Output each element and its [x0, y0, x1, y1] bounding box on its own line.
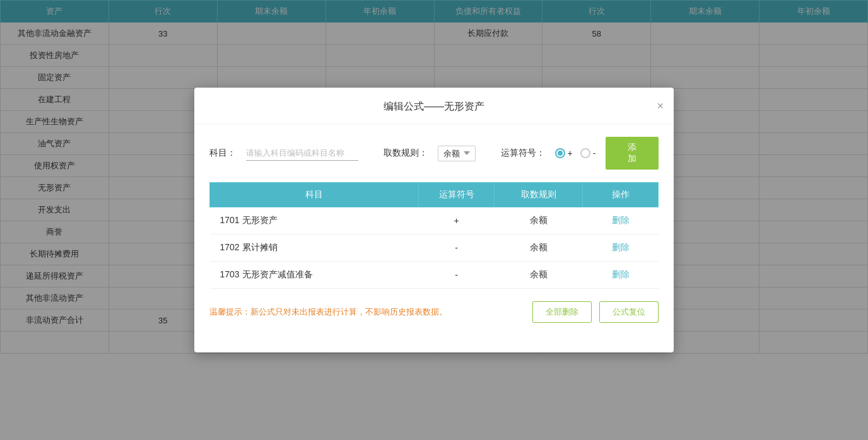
radio-minus[interactable]: - — [580, 148, 596, 158]
table-row: 1702 累计摊销-余额删除 — [210, 234, 659, 262]
table-row: 1701 无形资产+余额删除 — [210, 207, 659, 234]
footer-buttons: 全部删除 公式复位 — [532, 301, 659, 323]
delete-link[interactable]: 删除 — [612, 242, 630, 252]
modal-header: 编辑公式——无形资产 × — [194, 88, 674, 124]
row-action: 删除 — [583, 207, 659, 234]
row-action: 删除 — [583, 234, 659, 262]
op-label: 运算符号： — [501, 148, 545, 159]
radio-plus-circle — [555, 148, 565, 158]
rule-select-wrap: 余额 — [438, 146, 476, 161]
radio-group: + - — [555, 148, 596, 158]
modal-overlay: 编辑公式——无形资产 × 科目： 取数规则： 余额 运算符号： — [0, 0, 868, 440]
radio-plus-label: + — [568, 148, 573, 158]
col-op: 运算符号 — [419, 183, 495, 207]
data-table-wrap: 科目 运算符号 取数规则 操作 1701 无形资产+余额删除1702 累计摊销-… — [209, 182, 659, 289]
col-subject: 科目 — [210, 183, 419, 207]
row-rule: 余额 — [495, 262, 583, 289]
row-op: - — [419, 234, 495, 262]
delete-link[interactable]: 删除 — [612, 215, 630, 225]
row-action: 删除 — [583, 262, 659, 289]
table-row: 1703 无形资产减值准备-余额删除 — [210, 262, 659, 289]
col-rule: 取数规则 — [495, 183, 583, 207]
modal-title: 编辑公式——无形资产 — [384, 101, 484, 112]
row-subject: 1702 累计摊销 — [210, 234, 419, 262]
col-action: 操作 — [583, 183, 659, 207]
modal-dialog: 编辑公式——无形资产 × 科目： 取数规则： 余额 运算符号： — [194, 88, 674, 352]
hint-text: 温馨提示：新公式只对未出报表进行计算，不影响历史报表数据。 — [209, 306, 447, 318]
row-rule: 余额 — [495, 234, 583, 262]
row-op: + — [419, 207, 495, 234]
radio-minus-label: - — [593, 148, 596, 158]
row-subject: 1701 无形资产 — [210, 207, 419, 234]
modal-footer: 温馨提示：新公式只对未出报表进行计算，不影响历史报表数据。 全部删除 公式复位 — [194, 289, 674, 323]
add-button[interactable]: 添加 — [606, 137, 659, 170]
subject-label: 科目： — [209, 148, 236, 159]
background-table-wrap: 资产 行次 期末余额 年初余额 负债和所有者权益 行次 期末余额 年初余额 其他… — [0, 0, 868, 440]
delete-all-button[interactable]: 全部删除 — [532, 301, 592, 323]
reset-formula-button[interactable]: 公式复位 — [599, 301, 659, 323]
row-rule: 余额 — [495, 207, 583, 234]
data-table: 科目 运算符号 取数规则 操作 1701 无形资产+余额删除1702 累计摊销-… — [209, 182, 659, 289]
form-row: 科目： 取数规则： 余额 运算符号： + — [194, 124, 674, 182]
delete-link[interactable]: 删除 — [612, 269, 630, 279]
subject-input[interactable] — [246, 146, 358, 161]
row-subject: 1703 无形资产减值准备 — [210, 262, 419, 289]
rule-label: 取数规则： — [384, 148, 428, 159]
radio-minus-circle — [580, 148, 590, 158]
row-op: - — [419, 262, 495, 289]
rule-select[interactable]: 余额 — [438, 146, 476, 161]
modal-close-button[interactable]: × — [657, 100, 664, 112]
radio-plus[interactable]: + — [555, 148, 573, 158]
